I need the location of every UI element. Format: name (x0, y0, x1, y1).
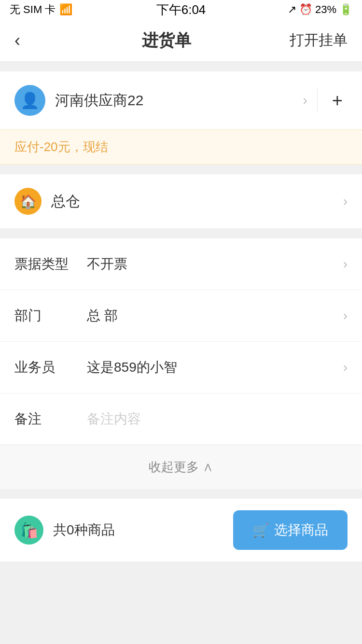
select-product-button[interactable]: 🛒 选择商品 (233, 510, 348, 550)
status-right: ↗ ⏰ 23% 🔋 (288, 3, 352, 16)
salesman-label: 业务员 (14, 358, 77, 377)
cart-icon: 🛒 (252, 522, 269, 538)
salesman-value: 这是859的小智 (77, 358, 343, 377)
wifi-icon: 📶 (59, 3, 72, 16)
location-icon: ↗ (288, 3, 296, 16)
alarm-icon: ⏰ (299, 3, 312, 16)
nav-bar: ‹ 进货单 打开挂单 (0, 19, 362, 62)
page-title: 进货单 (142, 29, 191, 52)
invoice-type-label: 票据类型 (14, 255, 77, 273)
avatar: 👤 (14, 85, 45, 116)
select-product-label: 选择商品 (274, 521, 328, 539)
battery-icon: 🔋 (339, 3, 352, 16)
bag-icon: 🛍️ (20, 522, 38, 539)
remark-row[interactable]: 备注 备注内容 (0, 393, 362, 445)
product-icon-bg: 🛍️ (14, 516, 43, 545)
chevron-right-icon: › (303, 93, 307, 108)
salesman-chevron-icon: › (343, 360, 348, 375)
status-bar: 无 SIM 卡 📶 下午6:04 ↗ ⏰ 23% 🔋 (0, 0, 362, 19)
back-button[interactable]: ‹ (14, 30, 43, 51)
status-left: 无 SIM 卡 📶 (10, 2, 72, 17)
form-card: 票据类型 不开票 › 部门 总 部 › 业务员 这是859的小智 › 备注 备注… (0, 238, 362, 489)
empty-content (0, 561, 362, 644)
warehouse-row[interactable]: 🏠 总仓 › (0, 174, 362, 228)
warehouse-name: 总仓 (51, 192, 343, 211)
department-row[interactable]: 部门 总 部 › (0, 290, 362, 341)
avatar-icon: 👤 (20, 91, 40, 110)
invoice-type-value: 不开票 (77, 255, 343, 273)
battery-label: 23% (315, 3, 336, 16)
section-gap-3 (0, 228, 362, 238)
divider (317, 88, 318, 112)
department-label: 部门 (14, 307, 77, 325)
supplier-card: 👤 河南供应商22 › + 应付-20元，现结 (0, 71, 362, 165)
supplier-row[interactable]: 👤 河南供应商22 › + (0, 71, 362, 129)
supplier-name: 河南供应商22 (55, 91, 303, 111)
bottom-bar: 🛍️ 共0种商品 🛒 选择商品 (0, 499, 362, 561)
remark-placeholder: 备注内容 (77, 410, 348, 428)
salesman-row[interactable]: 业务员 这是859的小智 › (0, 341, 362, 393)
department-value: 总 部 (77, 307, 343, 325)
section-gap-2 (0, 165, 362, 174)
add-button[interactable]: + (327, 90, 348, 111)
collapse-row[interactable]: 收起更多 ∧ (0, 445, 362, 489)
carrier-label: 无 SIM 卡 (10, 2, 56, 17)
warehouse-icon-bg: 🏠 (14, 188, 42, 215)
department-chevron-icon: › (343, 308, 348, 323)
product-count: 共0种商品 (53, 521, 223, 539)
status-time: 下午6:04 (156, 1, 206, 18)
remark-label: 备注 (14, 410, 77, 428)
house-icon: 🏠 (20, 194, 37, 210)
warehouse-chevron-icon: › (343, 194, 348, 209)
warehouse-card: 🏠 总仓 › (0, 174, 362, 228)
open-pending-button[interactable]: 打开挂单 (290, 30, 348, 50)
notice-bar: 应付-20元，现结 (0, 129, 362, 165)
invoice-type-row[interactable]: 票据类型 不开票 › (0, 238, 362, 290)
invoice-chevron-icon: › (343, 256, 348, 272)
section-gap-1 (0, 62, 362, 71)
